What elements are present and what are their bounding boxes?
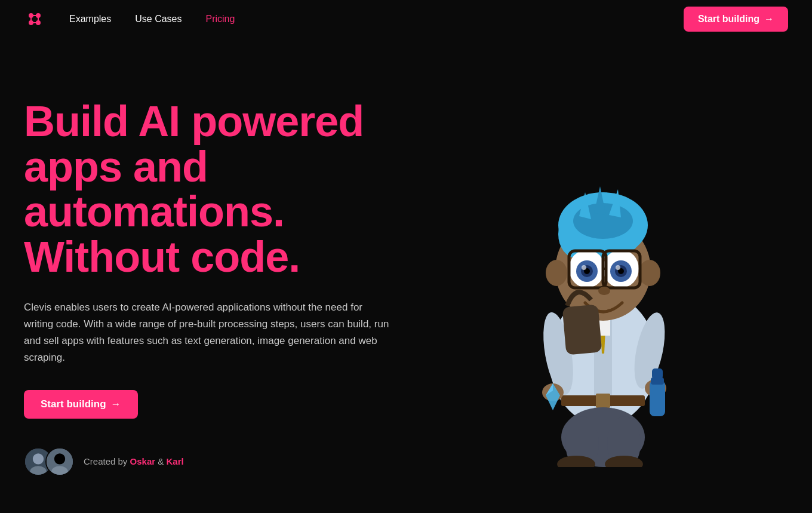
svg-rect-17 [596, 394, 610, 408]
svg-point-45 [616, 265, 620, 270]
nav-start-building-button[interactable]: Start building → [684, 7, 788, 32]
svg-point-49 [598, 287, 610, 295]
svg-point-12 [54, 453, 65, 464]
avatars [24, 447, 74, 476]
svg-rect-54 [650, 380, 665, 416]
logo-icon [24, 8, 45, 30]
character-svg [490, 133, 716, 467]
hero-content: Build AI powered apps and automations. W… [24, 99, 418, 476]
svg-point-35 [639, 260, 660, 286]
nav-examples[interactable]: Examples [69, 14, 111, 24]
hero-character-image [418, 109, 788, 467]
svg-point-41 [582, 265, 586, 270]
creators: Created by Oskar & Karl [24, 447, 418, 476]
svg-point-9 [33, 453, 44, 464]
svg-rect-56 [652, 368, 663, 379]
logo[interactable] [24, 8, 45, 30]
avatar-karl [45, 447, 74, 476]
navbar: Examples Use Cases Pricing Start buildin… [0, 0, 812, 38]
nav-left: Examples Use Cases Pricing [24, 8, 235, 30]
creator-karl-link[interactable]: Karl [166, 456, 183, 466]
hero-start-building-button[interactable]: Start building → [24, 390, 138, 419]
hero-section: Build AI powered apps and automations. W… [0, 38, 812, 513]
svg-point-34 [546, 260, 567, 286]
creator-oskar-link[interactable]: Oskar [130, 456, 156, 466]
nav-pricing[interactable]: Pricing [206, 14, 235, 24]
nav-use-cases[interactable]: Use Cases [135, 14, 182, 24]
hero-title: Build AI powered apps and automations. W… [24, 99, 418, 279]
hero-description: Clevis enables users to create AI-powere… [24, 299, 394, 366]
creator-text: Created by Oskar & Karl [84, 456, 184, 466]
svg-rect-57 [562, 304, 602, 355]
